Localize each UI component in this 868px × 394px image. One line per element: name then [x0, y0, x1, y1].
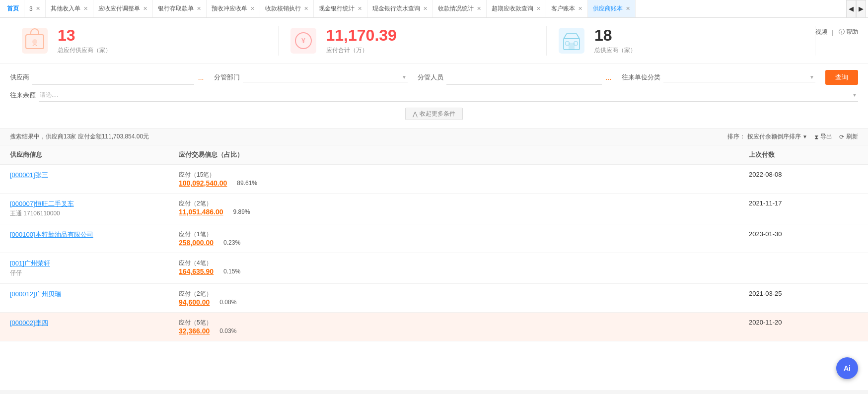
nav-tab-collect-stat-close[interactable]: ✕	[477, 5, 481, 12]
payable-label-2: 应付（2笔）	[179, 199, 749, 208]
nav-tab-customer-account-close[interactable]: ✕	[578, 5, 582, 12]
summary-text-total-suppliers: 18 总供应商（家）	[594, 27, 636, 55]
category-filter-label: 往来单位分类	[622, 73, 660, 82]
summary-text-payable-suppliers: 13 总应付供应商（家）	[58, 27, 111, 55]
result-info-text: 搜索结果中，供应商13家 应付金额111,703,854.00元	[10, 132, 149, 141]
lastpay-cell-3: 2023-01-30	[749, 230, 858, 238]
nav-tab-home[interactable]: 首页	[2, 0, 24, 18]
person-input[interactable]	[446, 70, 602, 85]
supplier-link-5[interactable]: [000012]广州贝瑞	[10, 290, 179, 299]
filter-category: 往来单位分类 ▼	[622, 72, 816, 82]
supplier-input[interactable]	[32, 70, 194, 85]
nav-tab-collect-stat[interactable]: 收款情况统计 ✕	[433, 0, 487, 18]
nav-tab-supplier-account[interactable]: 供应商账本 ✕	[588, 0, 636, 18]
filter-balance: 往来余额 请选.... ▼	[10, 89, 858, 102]
nav-tab-ar-adjust-label: 应收应付调整单	[98, 4, 140, 13]
supplier-link-1[interactable]: [000001]张三	[10, 171, 179, 180]
person-more-btn[interactable]: ...	[606, 73, 612, 81]
nav-tab-cash-flow-close[interactable]: ✕	[423, 5, 428, 12]
nav-tab-ar-adjust[interactable]: 应收应付调整单 ✕	[93, 0, 153, 18]
filter-supplier: 供应商 ...	[10, 70, 204, 85]
nav-tab-other-income-label: 其他收入单	[51, 4, 80, 13]
nav-tab-supplier-account-close[interactable]: ✕	[626, 5, 630, 12]
nav-arrow-left[interactable]: ◀	[846, 0, 856, 18]
nav-tab-collect[interactable]: 收款核销执行 ✕	[260, 0, 314, 18]
sort-label: 排序： 按应付余额倒序排序 ▼	[727, 132, 807, 141]
ai-button[interactable]: Ai	[836, 357, 858, 379]
supplier-name-4: 广州荣轩	[24, 260, 50, 267]
dept-chevron-down-icon: ▼	[402, 74, 407, 80]
supplier-cell-5: [000012]广州贝瑞	[10, 290, 179, 299]
payable-amount-label: 应付合计（万）	[326, 46, 397, 55]
payable-amount-4[interactable]: 164,635.90	[179, 267, 214, 275]
payable-pct-6: 0.03%	[219, 328, 236, 334]
total-suppliers-number: 18	[594, 27, 636, 44]
nav-arrows: ◀ ▶	[846, 0, 866, 18]
refresh-icon: ⟳	[839, 133, 844, 140]
supplier-link-4[interactable]: [001]广州荣轩	[10, 259, 179, 268]
sort-value[interactable]: 按应付余额倒序排序	[747, 133, 801, 140]
nav-tab-cash-bank-stat-close[interactable]: ✕	[358, 5, 362, 12]
sort-text: 排序：	[727, 133, 745, 140]
nav-tab-overdue[interactable]: 超期应收款查询 ✕	[487, 0, 546, 18]
store-icon	[557, 26, 586, 56]
table-row: [000007]恒旺二手叉车 王通 17106110000 应付（2笔） 11,…	[0, 194, 868, 224]
nav-tab-overdue-label: 超期应收款查询	[492, 4, 533, 13]
video-link[interactable]: 视频	[815, 28, 827, 36]
table-row: [000012]广州贝瑞 应付（2笔） 94,600.00 0.08% 2021…	[0, 284, 868, 313]
nav-tab-cash-bank-stat[interactable]: 现金银行统计 ✕	[314, 0, 367, 18]
payable-cell-5: 应付（2笔） 94,600.00 0.08%	[179, 290, 749, 306]
refresh-button[interactable]: ⟳ 刷新	[839, 132, 858, 141]
nav-tab-3[interactable]: 3 ✕	[24, 0, 46, 18]
supplier-name-3: 本特勤油品有限公司	[35, 231, 93, 238]
payable-pct-3: 0.23%	[223, 239, 240, 246]
query-button[interactable]: 查询	[825, 70, 858, 85]
nav-tab-other-income-close[interactable]: ✕	[83, 5, 88, 12]
payable-amount-6[interactable]: 32,366.00	[179, 327, 210, 335]
nav-tab-cash-flow[interactable]: 现金银行流水查询 ✕	[367, 0, 433, 18]
supplier-link-6[interactable]: [000002]李四	[10, 319, 179, 328]
supplier-link-2[interactable]: [000007]恒旺二手叉车	[10, 199, 179, 208]
supplier-name-5: 广州贝瑞	[35, 290, 61, 298]
nav-tab-prepay-close[interactable]: ✕	[250, 5, 255, 12]
payable-amount-5[interactable]: 94,600.00	[179, 298, 210, 306]
nav-tab-overdue-close[interactable]: ✕	[536, 5, 541, 12]
payable-pct-2: 9.89%	[233, 208, 250, 215]
category-select[interactable]: ▼	[663, 72, 816, 82]
nav-tab-customer-account-label: 客户账本	[551, 4, 575, 13]
supplier-more-btn[interactable]: ...	[198, 73, 204, 81]
payable-row-6: 32,366.00 0.03%	[179, 327, 749, 335]
nav-tab-bank-deposit-close[interactable]: ✕	[197, 5, 201, 12]
export-button[interactable]: ⧗ 导出	[814, 132, 832, 141]
nav-tab-customer-account[interactable]: 客户账本 ✕	[546, 0, 588, 18]
dept-select[interactable]: ▼	[243, 72, 408, 82]
nav-tab-ar-adjust-close[interactable]: ✕	[143, 5, 147, 12]
payable-row-3: 258,000.00 0.23%	[179, 239, 749, 247]
export-icon: ⧗	[814, 133, 818, 140]
nav-tab-other-income[interactable]: 其他收入单 ✕	[46, 0, 93, 18]
supplier-sub-2: 王通 17106110000	[10, 209, 179, 218]
supplier-link-3[interactable]: [000100]本特勤油品有限公司	[10, 230, 179, 239]
supplier-cell-1: [000001]张三	[10, 171, 179, 180]
supplier-code-3: [000100]	[10, 231, 35, 238]
nav-tab-3-label: 3	[29, 5, 33, 12]
supplier-name-1: 张三	[35, 171, 48, 179]
payable-amount-1[interactable]: 100,092,540.00	[179, 179, 227, 187]
filter-dept: 分管部门 ▼	[214, 72, 408, 82]
right-actions: 排序： 按应付余额倒序排序 ▼ ⧗ 导出 ⟳ 刷新	[727, 132, 858, 141]
supplier-name-2: 恒旺二手叉车	[35, 200, 74, 207]
nav-arrow-right[interactable]: ▶	[856, 0, 866, 18]
filter-row-2: 往来余额 请选.... ▼	[10, 89, 858, 102]
table-row: [000100]本特勤油品有限公司 应付（1笔） 258,000.00 0.23…	[0, 224, 868, 253]
balance-select[interactable]: 请选.... ▼	[39, 89, 858, 102]
nav-tab-prepay[interactable]: 预收冲应收单 ✕	[207, 0, 260, 18]
collapse-button[interactable]: ⋀ 收起更多条件	[405, 108, 463, 120]
nav-tab-collect-close[interactable]: ✕	[304, 5, 308, 12]
help-link[interactable]: ⓘ 帮助	[839, 28, 858, 36]
payable-amount-2[interactable]: 11,051,486.00	[179, 208, 223, 216]
summary-card-payable-suppliers: 13 总应付供应商（家）	[10, 26, 279, 56]
payable-amount-3[interactable]: 258,000.00	[179, 239, 214, 247]
nav-tab-3-close[interactable]: ✕	[36, 5, 40, 12]
payable-cell-3: 应付（1笔） 258,000.00 0.23%	[179, 230, 749, 247]
nav-tab-bank-deposit[interactable]: 银行存取款单 ✕	[153, 0, 207, 18]
